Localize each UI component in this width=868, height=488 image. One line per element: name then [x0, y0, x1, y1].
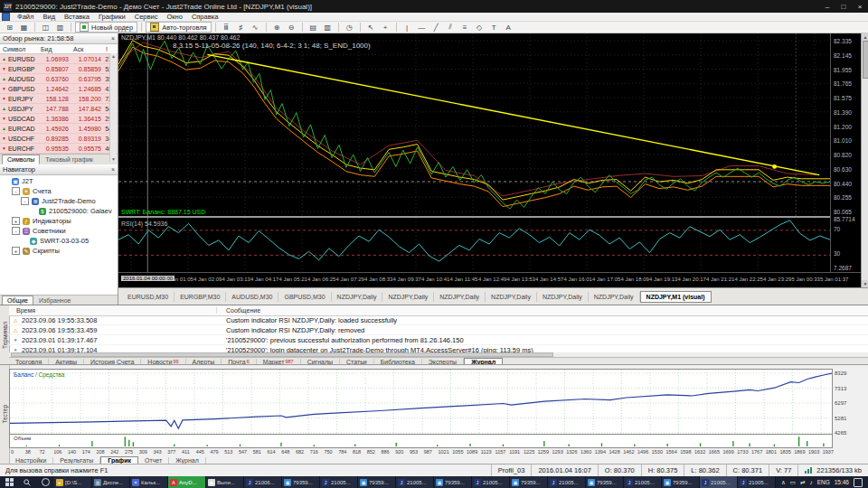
tester-tab-Результаты[interactable]: Результаты	[53, 457, 100, 464]
menu-Справка[interactable]: Справка	[187, 13, 222, 21]
tray-clock[interactable]: 15:46	[835, 479, 849, 485]
cascade-windows-icon[interactable]: ◫	[39, 22, 52, 33]
taskbar-item-anydesk[interactable]: AAnyD...	[168, 476, 206, 488]
start-button[interactable]	[0, 476, 18, 488]
market-watch-row[interactable]: ▼EURCHF0.955350.9557540	[0, 144, 118, 154]
tray-expand-icon[interactable]: ∧	[781, 479, 786, 486]
journal-message-column[interactable]: Сообщение	[217, 307, 260, 314]
taskbar-item-photo[interactable]: ▣79359...	[586, 476, 624, 488]
taskbar-item-photo[interactable]: ▣79359...	[434, 476, 472, 488]
tree-item-SWRT-03-03-05[interactable]: ◆SWRT-03-03-05	[0, 236, 118, 246]
tray-network-icon[interactable]: ⇄	[800, 479, 805, 486]
chart-tab-EURUSDM30[interactable]: EURUSD,M30	[122, 292, 175, 302]
chart-tab-GBPUSDM30[interactable]: GBPUSD,M30	[278, 292, 331, 302]
auto-trading-button[interactable]: Авто-торговля	[146, 22, 212, 33]
tile-windows-icon[interactable]: ▥	[53, 22, 67, 33]
column-header-Бид[interactable]: Бид	[38, 46, 71, 52]
column-header-Символ[interactable]: Символ	[0, 46, 38, 52]
menu-Вставка[interactable]: Вставка	[60, 13, 94, 21]
title-bar[interactable]: J2T 2100529000: Just2Trade-Demo - Демо С…	[0, 0, 868, 13]
chart-tab-NZDJPYDaily[interactable]: NZDJPY,Daily	[382, 292, 434, 302]
market-watch-row[interactable]: ▼GBPUSD1.246421.2468543	[0, 84, 118, 94]
status-profile[interactable]: Profil_03	[491, 465, 532, 476]
taskbar-item-chrome[interactable]: ◉Выпи...	[206, 476, 244, 488]
tree-item-[interactable]: +ƒИндикаторы	[0, 216, 118, 226]
taskbar-item-photo[interactable]: ▣79359...	[358, 476, 396, 488]
taskbar-item-mt4[interactable]: J21005...	[624, 476, 662, 488]
tile-vertical-icon[interactable]: ▥	[321, 22, 335, 33]
market-watch-row[interactable]: ▼EURJPY158.128158.20072	[0, 94, 118, 104]
new-order-button[interactable]: Новый ордер	[75, 22, 137, 33]
chart-tab-NZDJPYDaily[interactable]: NZDJPY,Daily	[486, 292, 537, 302]
search-button[interactable]	[18, 476, 36, 488]
expand-icon[interactable]: -	[12, 187, 20, 195]
taskbar-item-mt4[interactable]: J21005...	[548, 476, 586, 488]
journal-row[interactable]: ⚠2023.09.06 19:55:33.459Custom indicator…	[9, 325, 868, 335]
cortana-button[interactable]	[36, 476, 54, 488]
line-chart-icon[interactable]: ∿	[249, 22, 262, 33]
maximize-button[interactable]: □	[835, 0, 852, 13]
tester-tab-Отчет[interactable]: Отчет	[138, 457, 169, 464]
notification-center-icon[interactable]	[854, 478, 863, 487]
price-chart[interactable]	[118, 33, 830, 216]
taskbar-item-photo[interactable]: ▣79359...	[282, 476, 320, 488]
journal-time-column[interactable]: Время	[9, 307, 217, 314]
scroll-down-icon[interactable]: ▼	[111, 156, 116, 162]
tray-language[interactable]: ENG	[817, 479, 830, 485]
journal-row[interactable]: ●2023.09.01 01:39:17.467'2100529000': pr…	[9, 335, 868, 345]
tray-volume-icon[interactable]: ♪	[809, 479, 812, 485]
column-header-![interactable]: !	[103, 46, 114, 52]
taskbar-item-mt4[interactable]: J21006...	[244, 476, 282, 488]
fibonacci-icon[interactable]: ≡	[458, 22, 472, 33]
expand-icon[interactable]: -	[12, 227, 20, 235]
scroll-down-icon[interactable]: ▼	[862, 280, 868, 287]
market-watch-row[interactable]: ▲AUDUSD0.637600.6379535	[0, 74, 118, 84]
journal-row[interactable]: ⚠2023.09.06 19:55:33.508Custom indicator…	[9, 315, 868, 325]
tester-balance-chart[interactable]: Баланс / Средства	[9, 369, 833, 435]
tree-item-[interactable]: -⚭Счета	[0, 186, 118, 196]
market-watch-scrollbar[interactable]: ▲▼	[109, 53, 117, 162]
crosshair-icon[interactable]: +	[379, 22, 392, 33]
channel-icon[interactable]: ⫽	[444, 22, 458, 33]
tray-display-icon[interactable]: ▭	[790, 479, 796, 486]
taskbar-item-calc[interactable]: =Кальк...	[130, 476, 168, 488]
minimize-button[interactable]: –	[819, 0, 835, 13]
new-chart-icon[interactable]: ⊞	[3, 22, 16, 33]
label-a-icon[interactable]: A	[502, 22, 515, 33]
scrollbar-thumb[interactable]	[863, 41, 868, 79]
tester-volume-chart[interactable]: Объем	[9, 435, 833, 448]
taskbar-item-photo[interactable]: ▣79359...	[662, 476, 700, 488]
chart-tab-NZDJPYDaily[interactable]: NZDJPY,Daily	[537, 292, 589, 302]
menu-Вид[interactable]: Вид	[38, 13, 60, 21]
taskbar-item-mt4[interactable]: J21005...	[396, 476, 434, 488]
menu-Окно[interactable]: Окно	[162, 13, 186, 21]
rsi-chart[interactable]	[118, 218, 830, 272]
market-watch-row[interactable]: ▼USDCHF0.892850.8931934	[0, 134, 118, 144]
shapes-icon[interactable]: ◇	[473, 22, 486, 33]
expand-icon[interactable]: +	[12, 217, 20, 225]
taskbar-item-photo[interactable]: ▣79359...	[510, 476, 548, 488]
horizontal-line-icon[interactable]: —	[415, 22, 429, 33]
taskbar-item-explorer[interactable]: ▸[D:\S...	[54, 476, 92, 488]
chart-tab-EURGBPM30[interactable]: EURGBP,M30	[175, 292, 226, 302]
candlestick-chart-icon[interactable]: ♯	[234, 22, 248, 33]
rsi-indicator-pane[interactable]: RSI(14) 54.5936	[118, 216, 830, 272]
scroll-up-icon[interactable]: ▲	[111, 53, 116, 59]
tab-Символы[interactable]: Символы	[2, 155, 40, 164]
tree-item-[interactable]: -☰Советники	[0, 226, 118, 236]
tab-Тиковый график[interactable]: Тиковый график	[40, 155, 99, 164]
market-watch-header[interactable]: Обзор рынка: 21:58:58 ×	[0, 33, 118, 44]
profiles-icon[interactable]: ▦	[17, 22, 31, 33]
taskbar-item-taskmgr[interactable]: ▥Диспе...	[92, 476, 130, 488]
scroll-up-icon[interactable]: ▲	[862, 33, 868, 41]
close-icon[interactable]: ×	[111, 166, 115, 173]
tree-item-[interactable]: +✎Скрипты	[0, 246, 118, 256]
taskbar-item-mt4[interactable]: J21005...	[320, 476, 358, 488]
chart-tab-NZDJPYDaily[interactable]: NZDJPY,Daily	[589, 292, 640, 302]
tree-item-2100529000Galaev[interactable]: $2100529000: Galaev	[0, 206, 118, 216]
trendline-icon[interactable]: ╱	[429, 22, 443, 33]
market-watch-row[interactable]: ▲EURCAD1.459261.4598054	[0, 124, 118, 134]
price-chart-pane[interactable]: NZDJPY,M1 80.440 80.462 80.437 80.462 8.…	[118, 33, 830, 216]
tree-item-Just2Trade-Demo[interactable]: -≣Just2Trade-Demo	[0, 196, 118, 206]
chart-tab-AUDUSDM30[interactable]: AUDUSD,M30	[226, 292, 278, 302]
